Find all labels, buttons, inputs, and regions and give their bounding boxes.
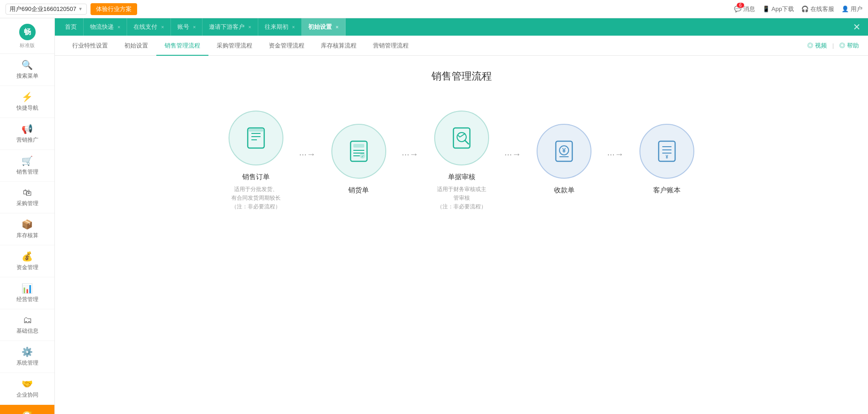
sub-tab-sales-flow[interactable]: 销售管理流程 <box>156 36 208 56</box>
tab-account[interactable]: 账号 × <box>171 18 202 36</box>
app-icon: 📱 <box>762 5 770 12</box>
svg-text:¥: ¥ <box>666 154 668 159</box>
sidebar-item-purchase[interactable]: 🛍 采购管理 <box>0 182 54 213</box>
sidebar-label-marketing-promo: 营销推广 <box>16 136 38 144</box>
audit-icon <box>448 124 475 152</box>
tab-downstream-close[interactable]: × <box>248 24 251 30</box>
flow-step-sales-order: 销售订单 适用于分批发货、有合同发货周期较长（注：非必要流程） <box>215 111 297 212</box>
purchase-icon: 🛍 <box>23 187 32 198</box>
message-item[interactable]: 💬 6 消息 <box>734 5 755 13</box>
tab-home[interactable]: 首页 <box>59 18 84 36</box>
layout: 畅 标准版 🔍 搜索菜单 ⚡ 快捷导航 📢 营销推广 🛒 销售管理 🛍 采购管理… <box>0 18 868 414</box>
flow-arrow-1: ···→ <box>299 149 316 173</box>
tab-period[interactable]: 往来期初 × <box>258 18 302 36</box>
operations-icon: 📊 <box>21 283 33 294</box>
tab-period-label: 往来期初 <box>265 23 288 31</box>
sidebar-item-sales[interactable]: 🛒 销售管理 <box>0 150 54 182</box>
sidebar-label-sales: 销售管理 <box>16 168 38 176</box>
sub-tabs: 行业特性设置 初始设置 销售管理流程 采购管理流程 资金管理流程 <box>64 36 417 56</box>
sidebar-item-base[interactable]: 🗂 基础信息 <box>0 309 54 341</box>
svg-text:畅: 畅 <box>24 28 31 36</box>
finance-icon: 💰 <box>21 251 33 262</box>
svg-line-16 <box>465 140 469 144</box>
tab-initial[interactable]: 初始设置 × <box>302 18 345 36</box>
sidebar-item-search[interactable]: 🔍 搜索菜单 <box>0 54 54 86</box>
sidebar-item-inventory[interactable]: 📦 库存核算 <box>0 213 54 245</box>
sidebar-label-base: 基础信息 <box>16 327 38 335</box>
sub-tab-init[interactable]: 初始设置 <box>116 36 156 56</box>
company-name: 用户690企业1660120507 <box>10 5 76 13</box>
svg-rect-8 <box>353 144 364 148</box>
page-area: 行业特性设置 初始设置 销售管理流程 采购管理流程 资金管理流程 <box>55 36 868 414</box>
svg-line-18 <box>460 133 465 137</box>
service-label: 在线客服 <box>810 5 834 13</box>
flow-step-title-receipt: 收款单 <box>554 186 575 195</box>
sidebar-item-quick[interactable]: ⚡ 快捷导航 <box>0 86 54 118</box>
sub-tab-marketing-flow[interactable]: 营销管理流程 <box>365 36 417 56</box>
inventory-icon: 📦 <box>21 219 33 230</box>
sub-tab-inventory-flow[interactable]: 库存核算流程 <box>313 36 365 56</box>
tab-account-close[interactable]: × <box>193 24 196 30</box>
close-all-tabs[interactable]: ✕ <box>849 21 864 32</box>
flow-step-title-sales-order: 销售订单 <box>242 173 270 181</box>
sub-tab-industry[interactable]: 行业特性设置 <box>64 36 116 56</box>
sidebar-item-guide[interactable]: 🧭 新手引导 <box>0 405 54 414</box>
invoice-icon: ✓ <box>345 138 373 165</box>
sales-icon: 🛒 <box>21 155 33 166</box>
tab-downstream[interactable]: 邀请下游客户 × <box>202 18 258 36</box>
sidebar-item-enterprise[interactable]: 🤝 企业协同 <box>0 373 54 405</box>
app-label: App下载 <box>772 5 794 13</box>
sub-tabs-right: ◎ 视频 | ◎ 帮助 <box>807 42 859 50</box>
tab-initial-close[interactable]: × <box>335 24 338 30</box>
sidebar-item-operations[interactable]: 📊 经营管理 <box>0 277 54 309</box>
sales-order-icon <box>242 124 270 152</box>
flow-circle-ledger: ¥ <box>639 124 694 179</box>
tab-downstream-label: 邀请下游客户 <box>209 23 245 31</box>
receipt-icon: ¥ <box>550 138 578 165</box>
video-link[interactable]: ◎ 视频 <box>807 42 827 50</box>
trial-button[interactable]: 体验行业方案 <box>91 3 137 15</box>
sidebar-label-purchase: 采购管理 <box>16 200 38 207</box>
tab-initial-label: 初始设置 <box>308 23 332 31</box>
system-icon: ⚙️ <box>21 346 33 357</box>
flow-circle-sales-order <box>229 111 283 165</box>
flow-step-desc-audit: 适用于财务审核或主管审核（注：非必要流程） <box>437 185 486 212</box>
user-item[interactable]: 👤 用户 <box>841 5 863 13</box>
company-dropdown-arrow: ▼ <box>78 6 83 11</box>
sidebar-label-quick: 快捷导航 <box>16 104 38 112</box>
page-title: 销售管理流程 <box>73 69 850 83</box>
flow-circle-invoice: ✓ <box>331 124 386 179</box>
top-bar-right: 💬 6 消息 📱 App下载 🎧 在线客服 👤 用户 <box>734 5 863 13</box>
help-link[interactable]: ◎ 帮助 <box>839 42 859 50</box>
svg-text:¥: ¥ <box>562 147 566 154</box>
flow-arrow-2: ···→ <box>402 149 419 173</box>
sidebar-item-finance[interactable]: 💰 资金管理 <box>0 245 54 277</box>
marketing-promo-icon: 📢 <box>21 123 33 134</box>
page-body: 销售管理流程 <box>55 56 868 414</box>
sub-tab-finance-flow-label: 资金管理流程 <box>269 42 304 49</box>
sub-tab-marketing-flow-label: 营销管理流程 <box>373 42 409 49</box>
sub-tab-finance-flow[interactable]: 资金管理流程 <box>261 36 313 56</box>
search-icon: 🔍 <box>21 59 33 70</box>
tab-payment-close[interactable]: × <box>161 24 164 30</box>
tab-logistics-close[interactable]: × <box>117 24 120 30</box>
company-selector[interactable]: 用户690企业1660120507 ▼ <box>5 4 87 15</box>
sidebar-item-system[interactable]: ⚙️ 系统管理 <box>0 341 54 373</box>
separator: | <box>832 42 834 49</box>
sidebar-label-finance: 资金管理 <box>16 264 38 271</box>
app-download-item[interactable]: 📱 App下载 <box>762 5 794 13</box>
service-item[interactable]: 🎧 在线客服 <box>801 5 834 13</box>
sub-tab-purchase-flow[interactable]: 采购管理流程 <box>208 36 261 56</box>
sidebar-item-marketing-promo[interactable]: 📢 营销推广 <box>0 118 54 150</box>
sidebar-label-enterprise: 企业协同 <box>16 391 38 399</box>
tab-period-close[interactable]: × <box>292 24 295 30</box>
svg-line-17 <box>458 135 460 137</box>
flow-step-ledger: ¥ 客户账本 <box>626 124 708 198</box>
sub-tab-industry-label: 行业特性设置 <box>72 42 108 49</box>
tab-payment[interactable]: 在线支付 × <box>127 18 170 36</box>
flow-step-title-audit: 单据审核 <box>448 173 475 181</box>
message-label: 消息 <box>743 5 755 13</box>
tab-logistics[interactable]: 物流快递 × <box>84 18 127 36</box>
base-icon: 🗂 <box>23 315 32 325</box>
flow-arrow-3: ···→ <box>505 149 522 173</box>
